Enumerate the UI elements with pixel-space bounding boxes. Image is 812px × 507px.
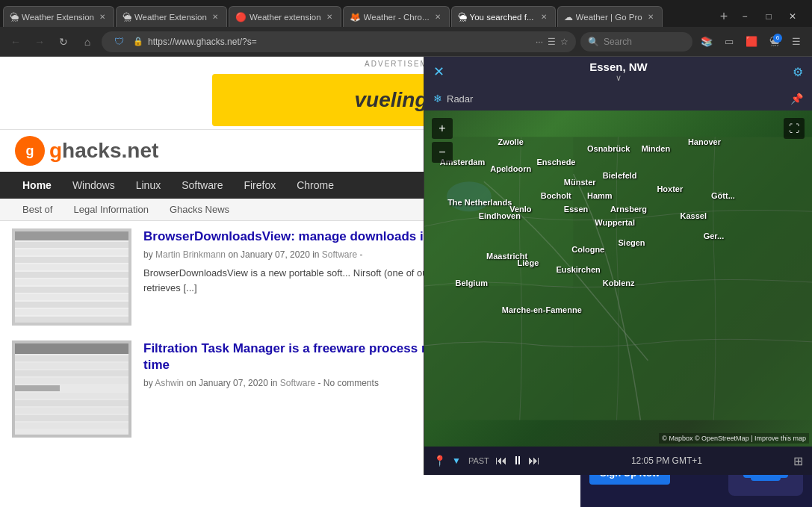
weather-chevron[interactable]: ∨ xyxy=(444,73,793,83)
city-label-apeldoorn: Apeldoorn xyxy=(490,164,531,173)
weather-map[interactable]: + − ⛶ © Mapbox © OpenStreetMap | Improve… xyxy=(424,111,812,447)
vueling-logo-text: vueling xyxy=(354,88,427,112)
article-2-author[interactable]: Ashwin xyxy=(155,378,184,388)
reader-mode-icon[interactable]: ☰ xyxy=(548,37,556,47)
svg-rect-9 xyxy=(15,287,128,293)
city-label-enschede: Enschede xyxy=(537,158,576,167)
city-label-bocholt: Bocholt xyxy=(541,191,571,200)
tab-bar: 🌦 Weather Extension ✕ 🌦 Weather Extensio… xyxy=(0,0,812,27)
tab-favicon-2: 🌦 xyxy=(123,12,131,22)
bookmark-icon[interactable]: ☆ xyxy=(560,37,568,47)
svg-rect-21 xyxy=(15,385,60,391)
city-label-euskirchen: Euskirchen xyxy=(556,265,600,274)
playback-controls: ⏮ ⏸ ⏭ xyxy=(495,454,540,467)
article-2-thumb xyxy=(12,340,131,438)
tab-favicon-4: 🦊 xyxy=(350,12,361,22)
close-window-button[interactable]: ✕ xyxy=(782,6,803,27)
footer-location-pin[interactable]: 📍 xyxy=(433,455,446,467)
weather-close-button[interactable]: ✕ xyxy=(433,63,444,80)
tab-5[interactable]: 🌦 You searched f... ✕ xyxy=(451,6,556,27)
article-1-date: January 07, 2020 xyxy=(241,249,310,260)
city-label-gtt: Gött... xyxy=(711,191,735,200)
weather-subheader: ❄ Radar 📌 xyxy=(424,87,812,111)
radar-pin-icon[interactable]: 📌 xyxy=(790,93,803,105)
maximize-button[interactable]: □ xyxy=(758,6,779,27)
svg-rect-11 xyxy=(15,302,128,308)
city-label-essen: Essen xyxy=(564,205,588,214)
home-button[interactable]: ⌂ xyxy=(78,32,97,52)
notification-badge: 6 xyxy=(773,34,782,43)
tab-close-3[interactable]: ✕ xyxy=(324,12,335,22)
tab-close-6[interactable]: ✕ xyxy=(645,12,656,22)
forward-button[interactable]: ⏭ xyxy=(528,454,540,467)
sidebar-icon[interactable]: ▭ xyxy=(719,32,739,52)
svg-rect-26 xyxy=(15,423,128,429)
article-2-category[interactable]: Software xyxy=(280,378,315,388)
tab-label-4: Weather - Chro... xyxy=(364,13,430,22)
back-button[interactable]: ← xyxy=(6,32,25,52)
weather-extension-icon[interactable]: 🌦 6 xyxy=(764,32,784,52)
url-text: https://www.ghacks.net/?s= xyxy=(148,37,531,47)
tab-close-2[interactable]: ✕ xyxy=(210,12,220,22)
nav-item-windows[interactable]: Windows xyxy=(62,172,125,199)
nav-item-linux[interactable]: Linux xyxy=(125,172,171,199)
tab-close-4[interactable]: ✕ xyxy=(433,12,443,22)
city-label-lige: Liège xyxy=(518,258,539,267)
footer-chevron: ▼ xyxy=(452,455,461,466)
tab-1[interactable]: 🌦 Weather Extension ✕ xyxy=(3,6,114,27)
svg-rect-12 xyxy=(15,309,128,315)
city-label-hoxter: Hoxter xyxy=(657,184,683,193)
search-placeholder: Search xyxy=(604,37,632,47)
refresh-button[interactable]: ↻ xyxy=(54,32,73,52)
nav-item-home[interactable]: Home xyxy=(12,172,62,199)
city-label-hanover: Hanover xyxy=(688,137,721,146)
tab-2[interactable]: 🌦 Weather Extension ✕ xyxy=(116,6,227,27)
city-label-hamm: Hamm xyxy=(587,191,613,200)
article-1-thumb xyxy=(12,228,131,326)
minimize-button[interactable]: − xyxy=(734,6,755,27)
nav-item-firefox[interactable]: Firefox xyxy=(233,172,286,199)
weather-settings-icon[interactable]: ⚙ xyxy=(793,65,803,79)
url-more-icon[interactable]: ··· xyxy=(536,37,543,47)
secondary-nav-item-legal-information[interactable]: Legal Information xyxy=(63,199,158,220)
pause-button[interactable]: ⏸ xyxy=(512,454,524,467)
article-1-thumb-svg xyxy=(12,228,131,326)
layers-button[interactable]: ⊞ xyxy=(793,454,803,468)
tab-3[interactable]: 🔴 Weather extension ✕ xyxy=(229,6,341,27)
map-background: + − ⛶ © Mapbox © OpenStreetMap | Improve… xyxy=(424,111,812,447)
map-fullscreen-button[interactable]: ⛶ xyxy=(784,118,805,139)
page-content: ADVERTISEMENT vueling ✈ g ghacks.net Hom… xyxy=(0,57,812,507)
url-bar[interactable]: 🛡 🔒 https://www.ghacks.net/?s= ··· ☰ ☆ xyxy=(102,31,576,52)
tab-close-1[interactable]: ✕ xyxy=(97,12,108,22)
library-icon[interactable]: 📚 xyxy=(697,32,716,52)
menu-button[interactable]: ☰ xyxy=(787,32,806,52)
window-controls: − □ ✕ xyxy=(734,6,809,27)
map-zoom-in-button[interactable]: + xyxy=(432,118,453,139)
past-label[interactable]: PAST xyxy=(468,456,489,465)
tab-close-5[interactable]: ✕ xyxy=(539,12,549,22)
new-tab-button[interactable]: + xyxy=(713,6,734,27)
pocket-icon[interactable]: 🟥 xyxy=(742,32,761,52)
toolbar-search[interactable]: 🔍 Search xyxy=(580,32,692,52)
city-label-mnster: Münster xyxy=(564,178,596,187)
tab-4[interactable]: 🦊 Weather - Chro... ✕ xyxy=(343,6,450,27)
forward-button[interactable]: → xyxy=(30,32,49,52)
rewind-button[interactable]: ⏮ xyxy=(495,454,507,467)
site-logo[interactable]: g ghacks.net xyxy=(15,136,158,166)
tab-favicon-6: ☁ xyxy=(564,12,573,22)
nav-item-chrome[interactable]: Chrome xyxy=(286,172,344,199)
article-1-author[interactable]: Martin Brinkmann xyxy=(155,249,226,260)
svg-rect-6 xyxy=(15,264,128,270)
logo-icon: g xyxy=(15,136,45,166)
secondary-nav-item-ghacks-news[interactable]: Ghacks News xyxy=(159,199,240,220)
svg-rect-19 xyxy=(15,370,128,376)
svg-rect-4 xyxy=(15,249,128,255)
time-display: 12:05 PM GMT+1 xyxy=(546,455,787,466)
svg-rect-10 xyxy=(15,294,128,300)
map-zoom-out-button[interactable]: − xyxy=(432,142,453,163)
nav-item-software[interactable]: Software xyxy=(171,172,233,199)
article-1-category[interactable]: Software xyxy=(322,249,357,260)
secondary-nav-item-best-of[interactable]: Best of xyxy=(12,199,63,220)
city-label-osnabrck: Osnabrück xyxy=(587,144,630,153)
tab-6[interactable]: ☁ Weather | Go Pro ✕ xyxy=(557,6,663,27)
